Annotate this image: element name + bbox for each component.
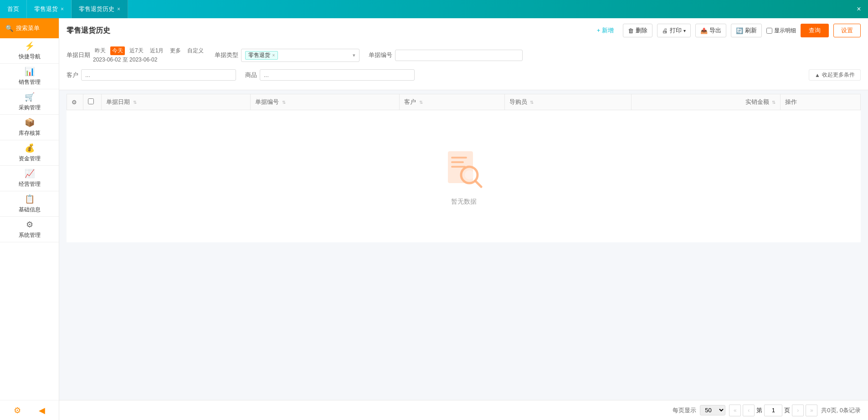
svg-point-6	[465, 170, 474, 179]
last-page-button[interactable]: »	[806, 405, 817, 416]
refresh-label: 刷新	[745, 26, 757, 35]
sidebar-item-purchase[interactable]: 🛒 采购管理	[0, 89, 59, 115]
sidebar-bottom: ⚙ ◀	[0, 400, 59, 420]
page-label: 第	[756, 406, 762, 415]
tab-retail-return-history-close[interactable]: ×	[117, 6, 120, 12]
system-icon: ⚙	[26, 220, 33, 230]
date-1month[interactable]: 近1月	[148, 46, 166, 55]
export-icon: 📤	[700, 27, 708, 34]
sidebar-collapse-icon[interactable]: ◀	[39, 405, 45, 415]
th-date-label: 单据日期	[106, 98, 130, 105]
tab-retail-return-close[interactable]: ×	[61, 6, 64, 12]
tab-home[interactable]: 首页	[0, 0, 27, 18]
voucher-type-select[interactable]: 零售退货 × ▾	[241, 49, 360, 62]
page-nav: « ‹ 第 页 › »	[729, 405, 817, 416]
toolbar: + 新增 🗑 删除 🖨 打印 ▾ 📤 导出 🔄	[592, 24, 861, 37]
setting-button[interactable]: 设置	[833, 24, 861, 37]
goods-input[interactable]	[260, 69, 415, 81]
per-page-label: 每页显示	[673, 406, 696, 415]
th-date[interactable]: 单据日期 ⇅	[102, 94, 251, 110]
th-customer-label: 客户	[404, 98, 416, 105]
print-button[interactable]: 🖨 打印 ▾	[657, 24, 691, 37]
basic-info-label: 基础信息	[19, 206, 41, 214]
business-icon: 📈	[25, 169, 35, 179]
search-icon: 🔍	[5, 25, 13, 32]
sidebar-item-business[interactable]: 📈 经营管理	[0, 166, 59, 191]
th-settings[interactable]: ⚙	[67, 94, 83, 110]
customer-input[interactable]	[81, 69, 236, 81]
prev-page-button[interactable]: ‹	[743, 405, 755, 416]
svg-rect-3	[451, 166, 466, 168]
first-page-button[interactable]: «	[729, 405, 741, 416]
table-body: 暂无数据	[67, 110, 861, 243]
finance-label: 资金管理	[19, 155, 41, 163]
show-detail-label[interactable]: 显示明细	[766, 27, 796, 35]
quick-nav-icon: ⚡	[25, 41, 35, 51]
refresh-button[interactable]: 🔄 刷新	[731, 24, 762, 37]
customer-filter: 客户	[67, 69, 236, 81]
date-7days[interactable]: 近7天	[128, 46, 145, 55]
date-yesterday[interactable]: 昨天	[93, 46, 108, 55]
inventory-label: 库存核算	[19, 129, 41, 137]
voucher-no-label: 单据编号	[369, 51, 392, 59]
voucher-type-label: 单据类型	[215, 51, 238, 59]
tab-retail-return[interactable]: 零售退货 ×	[27, 0, 72, 18]
top-bar: 首页 零售退货 × 零售退货历史 × ×	[0, 0, 868, 18]
empty-icon	[441, 147, 487, 192]
sidebar-item-inventory[interactable]: 📦 库存核算	[0, 115, 59, 140]
sales-icon: 📊	[25, 67, 35, 77]
collapse-button[interactable]: ▲ 收起更多条件	[809, 69, 861, 81]
export-label: 导出	[709, 26, 721, 35]
show-detail-checkbox[interactable]	[766, 28, 772, 34]
voucher-type-remove[interactable]: ×	[272, 53, 275, 58]
th-guide-label: 导购员	[509, 98, 527, 105]
query-button[interactable]: 查询	[801, 24, 829, 37]
sidebar-item-system[interactable]: ⚙ 系统管理	[0, 217, 59, 242]
voucher-type-tag: 零售退货 ×	[245, 51, 278, 60]
svg-rect-1	[451, 157, 467, 159]
date-more[interactable]: 更多	[168, 46, 183, 55]
inventory-icon: 📦	[25, 118, 35, 128]
date-filter: 单据日期 昨天 今天 近7天 近1月 更多 自定义 2023-06-02 至 2…	[67, 46, 205, 64]
date-custom[interactable]: 自定义	[185, 46, 205, 55]
sidebar-search-label: 搜索菜单	[16, 24, 40, 32]
th-guide[interactable]: 导购员 ⇅	[504, 94, 632, 110]
th-amount[interactable]: 实销金额 ⇅	[632, 94, 781, 110]
select-all-checkbox[interactable]	[88, 98, 94, 104]
content-area: 零售退货历史 + 新增 🗑 删除 🖨 打印 ▾ 📤 导出	[59, 18, 868, 420]
sidebar-item-sales[interactable]: 📊 销售管理	[0, 64, 59, 89]
filter-row-2: 客户 商品 ▲ 收起更多条件	[67, 67, 861, 82]
refresh-icon: 🔄	[736, 27, 743, 34]
th-no[interactable]: 单据编号 ⇅	[251, 94, 400, 110]
window-close-button[interactable]: ×	[850, 0, 868, 18]
delete-icon: 🗑	[628, 27, 634, 34]
purchase-icon: 🛒	[25, 92, 35, 102]
date-today[interactable]: 今天	[110, 46, 125, 55]
delete-button[interactable]: 🗑 删除	[623, 24, 652, 37]
th-checkbox[interactable]	[83, 94, 102, 110]
collapse-label: 收起更多条件	[822, 71, 855, 79]
page-input[interactable]	[764, 405, 782, 416]
th-action: 操作	[781, 94, 861, 110]
tab-retail-return-history[interactable]: 零售退货历史 ×	[72, 0, 128, 18]
voucher-no-input[interactable]	[395, 50, 523, 61]
th-customer-sort-icon: ⇅	[419, 100, 423, 105]
export-button[interactable]: 📤 导出	[695, 24, 726, 37]
print-icon: 🖨	[662, 27, 668, 34]
next-page-button[interactable]: ›	[792, 405, 804, 416]
th-no-sort-icon: ⇅	[282, 100, 286, 105]
add-button[interactable]: + 新增	[592, 24, 618, 37]
page-total: 共0页, 0条记录	[821, 406, 861, 415]
voucher-type-chevron: ▾	[353, 52, 355, 58]
sidebar-search[interactable]: 🔍 搜索菜单	[0, 18, 59, 38]
th-customer[interactable]: 客户 ⇅	[400, 94, 504, 110]
tab-retail-return-history-label: 零售退货历史	[79, 5, 114, 13]
th-date-sort-icon: ⇅	[133, 100, 137, 105]
th-amount-label: 实销金额	[745, 98, 769, 105]
sidebar-item-quick-nav[interactable]: ⚡ 快捷导航	[0, 38, 59, 64]
sidebar-item-basic-info[interactable]: 📋 基础信息	[0, 191, 59, 217]
sidebar-settings-icon[interactable]: ⚙	[14, 405, 21, 415]
sidebar-item-finance[interactable]: 💰 资金管理	[0, 140, 59, 166]
per-page-select[interactable]: 50 100 200	[700, 405, 725, 415]
voucher-type-filter: 单据类型 零售退货 × ▾	[215, 49, 360, 62]
